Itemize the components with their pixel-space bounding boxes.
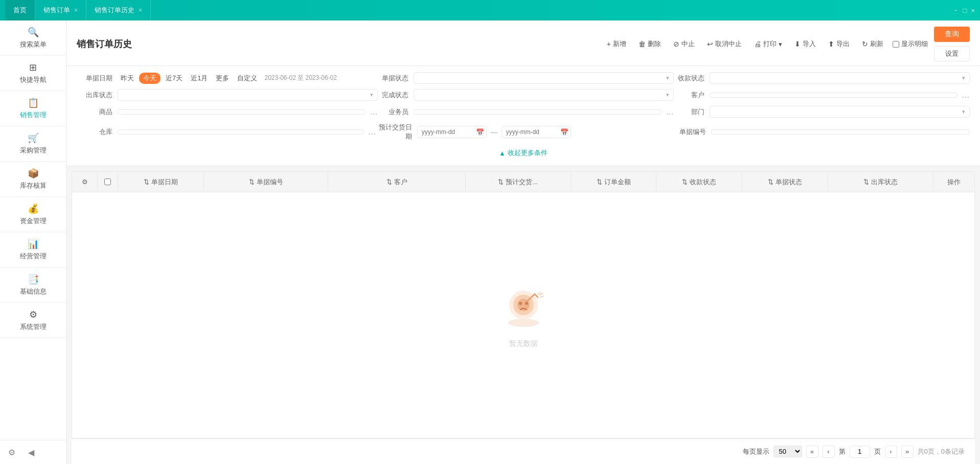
tab-home[interactable]: 首页 bbox=[5, 0, 35, 20]
content: 销售订单历史 + 新增 🗑 删除 ⊘ 中止 ↩ 取消中止 bbox=[66, 20, 980, 464]
th-payment-status[interactable]: ⇅ 收款状态 bbox=[656, 172, 742, 192]
tab-sales-order-history[interactable]: 销售订单历史 × bbox=[86, 0, 151, 20]
tab-sales-order-close[interactable]: × bbox=[74, 7, 78, 14]
date-filter-col: 昨天 今天 近7天 近1月 更多 自定义 2023-06-02 至 2023-0… bbox=[118, 73, 378, 84]
customer-more-btn[interactable]: … bbox=[962, 91, 970, 100]
salesperson-input[interactable] bbox=[414, 109, 662, 115]
th-out-status[interactable]: ⇅ 出库状态 bbox=[828, 172, 933, 192]
dept-select[interactable]: ▾ bbox=[710, 106, 970, 118]
sidebar-settings-btn[interactable]: ⚙ bbox=[4, 445, 19, 460]
last7-btn[interactable]: 近7天 bbox=[163, 73, 186, 84]
add-button[interactable]: + 新增 bbox=[604, 37, 629, 51]
date-separator: — bbox=[489, 128, 499, 136]
sidebar-item-sales-mgmt[interactable]: 📋 销售管理 bbox=[0, 91, 66, 126]
first-page-btn[interactable]: « bbox=[806, 446, 818, 458]
delivery-date-to-input[interactable]: 📅 bbox=[502, 126, 571, 138]
th-customer[interactable]: ⇅ 客户 bbox=[328, 172, 466, 192]
th-bill-status[interactable]: ⇅ 单据状态 bbox=[742, 172, 828, 192]
toolbar: + 新增 🗑 删除 ⊘ 中止 ↩ 取消中止 🖨 打印 bbox=[604, 27, 970, 61]
close-btn[interactable]: × bbox=[971, 7, 975, 14]
sidebar-item-system-mgmt[interactable]: ⚙ 系统管理 bbox=[0, 303, 66, 338]
sidebar-finance-mgmt-label: 资金管理 bbox=[20, 216, 47, 226]
yesterday-btn[interactable]: 昨天 bbox=[118, 73, 137, 84]
sidebar-item-quick-nav[interactable]: ⊞ 快捷导航 bbox=[0, 56, 66, 91]
salesperson-col: … bbox=[414, 107, 674, 117]
table-check-all[interactable] bbox=[98, 172, 118, 192]
business-mgmt-icon: 📊 bbox=[28, 238, 39, 250]
sidebar-item-purchase-mgmt[interactable]: 🛒 采购管理 bbox=[0, 126, 66, 162]
page-number-input[interactable] bbox=[850, 446, 870, 458]
goods-input[interactable] bbox=[118, 109, 366, 115]
settings-button[interactable]: 设置 bbox=[934, 46, 970, 61]
warehouse-label: 仓库 bbox=[77, 127, 118, 137]
export-label: 导出 bbox=[836, 39, 850, 49]
export-button[interactable]: ⬆ 导出 bbox=[825, 37, 853, 51]
add-label: 新增 bbox=[613, 39, 626, 49]
prev-page-btn[interactable]: ‹ bbox=[823, 446, 835, 458]
customer-input[interactable] bbox=[710, 93, 958, 98]
delivery-date-from-field[interactable] bbox=[418, 126, 474, 138]
sidebar-collapse-btn[interactable]: ◀ bbox=[24, 445, 39, 460]
tab-sales-order[interactable]: 销售订单 × bbox=[35, 0, 86, 20]
out-status-select[interactable]: ▾ bbox=[118, 89, 378, 101]
sidebar-item-inventory-mgmt[interactable]: 📦 库存核算 bbox=[0, 162, 66, 197]
delivery-date-from-input[interactable]: 📅 bbox=[417, 126, 487, 138]
complete-status-select[interactable]: ▾ bbox=[414, 89, 674, 101]
warehouse-more-btn[interactable]: … bbox=[368, 127, 376, 137]
right-actions: 查询 设置 bbox=[934, 27, 970, 61]
sidebar-item-basic-info[interactable]: 📑 基础信息 bbox=[0, 268, 66, 303]
print-button[interactable]: 🖨 打印 ▾ bbox=[751, 37, 785, 51]
sidebar: 🔍 搜索菜单 ⊞ 快捷导航 📋 销售管理 🛒 采购管理 📦 库存核算 💰 资金管… bbox=[0, 20, 66, 464]
sidebar-bottom: ⚙ ◀ bbox=[0, 440, 66, 464]
payment-status-label: 收款状态 bbox=[674, 74, 710, 83]
more-btn[interactable]: 更多 bbox=[213, 73, 232, 84]
stop-button[interactable]: ⊘ 中止 bbox=[670, 37, 698, 51]
display-toggle-checkbox[interactable] bbox=[893, 41, 899, 48]
payment-status-select[interactable]: ▾ bbox=[710, 72, 970, 84]
last-page-btn[interactable]: » bbox=[901, 446, 914, 458]
delivery-date-to-field[interactable] bbox=[502, 126, 558, 138]
check-all-checkbox[interactable] bbox=[104, 179, 111, 185]
sales-mgmt-icon: 📋 bbox=[28, 97, 39, 108]
sidebar-item-search[interactable]: 🔍 搜索菜单 bbox=[0, 20, 66, 56]
page-unit: 页 bbox=[874, 447, 881, 456]
sidebar-item-finance-mgmt[interactable]: 💰 资金管理 bbox=[0, 197, 66, 232]
sidebar-business-mgmt-label: 经营管理 bbox=[20, 252, 47, 261]
last1m-btn[interactable]: 近1月 bbox=[188, 73, 211, 84]
bill-status-arrow-icon: ▾ bbox=[666, 75, 669, 81]
query-button[interactable]: 查询 bbox=[934, 27, 970, 42]
bill-status-select[interactable]: ▾ bbox=[414, 72, 674, 84]
display-toggle-label: 显示明细 bbox=[901, 39, 928, 49]
stop-label: 中止 bbox=[681, 39, 695, 49]
sidebar-item-business-mgmt[interactable]: 📊 经营管理 bbox=[0, 232, 66, 268]
bill-no-input[interactable] bbox=[711, 129, 970, 135]
page-size-select[interactable]: 50 10 20 100 bbox=[773, 446, 802, 457]
calendar-to-icon[interactable]: 📅 bbox=[558, 128, 571, 136]
import-button[interactable]: ⬇ 导入 bbox=[791, 37, 819, 51]
th-amount[interactable]: ⇅ 订单金额 bbox=[571, 172, 657, 192]
refresh-label: 刷新 bbox=[870, 39, 883, 49]
sidebar-search-label: 搜索菜单 bbox=[20, 40, 47, 49]
table-settings-btn[interactable]: ⚙ bbox=[72, 172, 98, 192]
filter-row-4: 仓库 … 预计交货日期 📅 — 📅 bbox=[77, 123, 970, 141]
th-delivery[interactable]: ⇅ 预计交货... bbox=[466, 172, 571, 192]
collapse-more-btn[interactable]: ▲ 收起更多条件 bbox=[77, 146, 970, 160]
th-date[interactable]: ⇅ 单据日期 bbox=[118, 172, 204, 192]
maximize-btn[interactable]: □ bbox=[963, 7, 967, 14]
custom-btn[interactable]: 自定义 bbox=[234, 73, 260, 84]
today-btn[interactable]: 今天 bbox=[139, 73, 161, 84]
th-action-label: 操作 bbox=[947, 178, 961, 187]
delete-button[interactable]: 🗑 删除 bbox=[635, 37, 664, 51]
salesperson-more-btn[interactable]: … bbox=[666, 107, 674, 117]
goods-more-btn[interactable]: … bbox=[370, 107, 378, 117]
warehouse-input[interactable] bbox=[118, 129, 364, 135]
th-bill-sort-icon: ⇅ bbox=[768, 178, 773, 186]
refresh-button[interactable]: ↻ 刷新 bbox=[859, 37, 886, 51]
th-no[interactable]: ⇅ 单据编号 bbox=[204, 172, 328, 192]
cancel-stop-button[interactable]: ↩ 取消中止 bbox=[704, 37, 745, 51]
calendar-from-icon[interactable]: 📅 bbox=[474, 128, 486, 136]
page-header: 销售订单历史 + 新增 🗑 删除 ⊘ 中止 ↩ 取消中止 bbox=[66, 20, 980, 66]
minimize-btn[interactable]: － bbox=[952, 6, 959, 15]
next-page-btn[interactable]: › bbox=[885, 446, 897, 458]
tab-sales-order-history-close[interactable]: × bbox=[139, 7, 142, 14]
